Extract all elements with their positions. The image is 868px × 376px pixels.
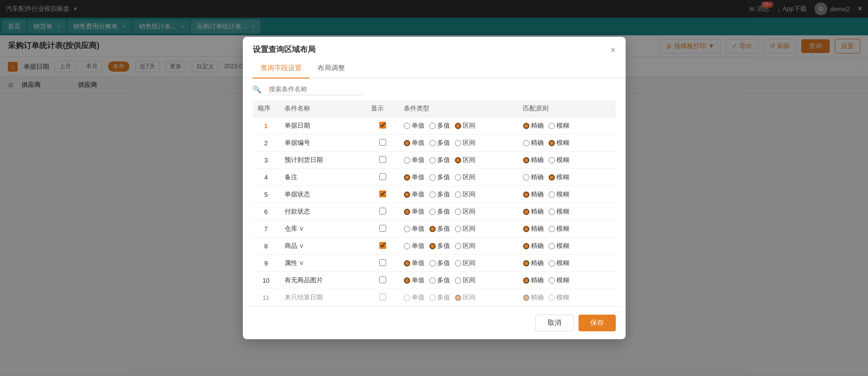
type-option-多值[interactable]: 多值 — [429, 156, 450, 164]
type-option-单值[interactable]: 单值 — [404, 259, 424, 268]
match-radio-group: 精确 模糊 — [523, 259, 611, 268]
order-num: 1 — [264, 122, 267, 130]
match-option-模糊[interactable]: 模糊 — [549, 121, 569, 130]
match-radio-group: 精确 模糊 — [523, 207, 611, 216]
row-order: 10 — [253, 272, 280, 289]
match-option-精确[interactable]: 精确 — [523, 173, 544, 182]
display-checkbox[interactable] — [379, 276, 386, 283]
match-option-精确[interactable]: 精确 — [523, 121, 544, 130]
match-option-模糊[interactable]: 模糊 — [549, 276, 569, 285]
type-option-单值[interactable]: 单值 — [404, 156, 424, 164]
row-display-cell — [366, 220, 398, 238]
type-radio-group: 单值 多值 区间 — [404, 242, 513, 250]
row-display-cell — [366, 272, 398, 289]
display-checkbox[interactable] — [379, 122, 386, 129]
type-option-多值[interactable]: 多值 — [429, 224, 450, 233]
table-row: 2单据编号 单值 多值 区间 精确 模糊 — [253, 134, 616, 152]
type-radio-group: 单值 多值 区间 — [404, 138, 513, 147]
col-header-order: 顺序 — [253, 100, 280, 117]
type-option-区间[interactable]: 区间 — [455, 121, 475, 130]
modal-tabs: 查询字段设置 布局调整 — [243, 55, 626, 79]
type-option-多值[interactable]: 多值 — [429, 121, 450, 130]
display-checkbox[interactable] — [379, 173, 386, 180]
type-option-单值[interactable]: 单值 — [404, 276, 424, 285]
display-checkbox[interactable] — [379, 156, 386, 163]
type-option-区间[interactable]: 区间 — [455, 293, 475, 302]
type-option-单值[interactable]: 单值 — [404, 121, 424, 130]
table-row: 1单据日期 单值 多值 区间 精确 模糊 — [253, 117, 616, 134]
row-type-cell: 单值 多值 区间 — [399, 203, 518, 220]
row-type-cell: 单值 多值 区间 — [399, 117, 518, 134]
display-checkbox[interactable] — [379, 225, 386, 232]
match-option-精确[interactable]: 精确 — [523, 207, 544, 216]
row-condition-name: 备注 — [280, 169, 367, 186]
type-option-区间[interactable]: 区间 — [455, 224, 475, 233]
match-option-精确[interactable]: 精确 — [523, 138, 544, 147]
type-option-单值[interactable]: 单值 — [404, 293, 424, 302]
match-option-精确[interactable]: 精确 — [523, 190, 544, 199]
match-option-精确[interactable]: 精确 — [523, 224, 544, 233]
table-row: 10有无商品图片 单值 多值 区间 精确 模糊 — [253, 272, 616, 289]
save-button[interactable]: 保存 — [579, 315, 616, 331]
match-option-精确[interactable]: 精确 — [523, 293, 544, 302]
type-option-多值[interactable]: 多值 — [429, 207, 450, 216]
row-match-cell: 精确 模糊 — [518, 203, 616, 220]
match-option-模糊[interactable]: 模糊 — [549, 259, 569, 268]
display-checkbox[interactable] — [379, 208, 386, 215]
type-option-多值[interactable]: 多值 — [429, 293, 450, 302]
type-option-区间[interactable]: 区间 — [455, 138, 475, 147]
row-condition-name: 单据编号 — [280, 134, 367, 152]
type-option-区间[interactable]: 区间 — [455, 276, 475, 285]
search-input[interactable] — [265, 83, 363, 95]
type-option-区间[interactable]: 区间 — [455, 156, 475, 164]
type-option-区间[interactable]: 区间 — [455, 259, 475, 268]
modal-footer: 取消 保存 — [243, 306, 626, 339]
match-option-精确[interactable]: 精确 — [523, 259, 544, 268]
type-option-单值[interactable]: 单值 — [404, 207, 424, 216]
type-option-多值[interactable]: 多值 — [429, 242, 450, 250]
type-option-单值[interactable]: 单值 — [404, 138, 424, 147]
match-option-模糊[interactable]: 模糊 — [549, 173, 569, 182]
match-option-模糊[interactable]: 模糊 — [549, 207, 569, 216]
type-option-多值[interactable]: 多值 — [429, 259, 450, 268]
match-option-模糊[interactable]: 模糊 — [549, 293, 569, 302]
type-option-多值[interactable]: 多值 — [429, 173, 450, 182]
type-option-区间[interactable]: 区间 — [455, 173, 475, 182]
match-option-模糊[interactable]: 模糊 — [549, 242, 569, 250]
match-option-精确[interactable]: 精确 — [523, 276, 544, 285]
row-order: 6 — [253, 203, 280, 220]
row-type-cell: 单值 多值 区间 — [399, 272, 518, 289]
match-option-模糊[interactable]: 模糊 — [549, 138, 569, 147]
type-option-区间[interactable]: 区间 — [455, 242, 475, 250]
row-order: 9 — [253, 255, 280, 272]
match-option-模糊[interactable]: 模糊 — [549, 190, 569, 199]
row-condition-name: 商品 ∨ — [280, 238, 367, 255]
type-option-区间[interactable]: 区间 — [455, 207, 475, 216]
display-checkbox[interactable] — [379, 294, 386, 300]
modal-tab-layout[interactable]: 布局调整 — [310, 61, 353, 79]
match-radio-group: 精确 模糊 — [523, 190, 611, 199]
type-option-单值[interactable]: 单值 — [404, 242, 424, 250]
type-option-区间[interactable]: 区间 — [455, 190, 475, 199]
match-option-模糊[interactable]: 模糊 — [549, 224, 569, 233]
type-option-多值[interactable]: 多值 — [429, 138, 450, 147]
match-option-精确[interactable]: 精确 — [523, 242, 544, 250]
display-checkbox[interactable] — [379, 242, 386, 249]
type-option-多值[interactable]: 多值 — [429, 190, 450, 199]
modal-close-button[interactable]: × — [610, 46, 616, 54]
type-option-多值[interactable]: 多值 — [429, 276, 450, 285]
display-checkbox[interactable] — [379, 139, 386, 146]
modal-search-area: 🔍 — [243, 79, 626, 100]
type-option-单值[interactable]: 单值 — [404, 224, 424, 233]
match-option-精确[interactable]: 精确 — [523, 156, 544, 164]
match-option-模糊[interactable]: 模糊 — [549, 156, 569, 164]
type-option-单值[interactable]: 单值 — [404, 173, 424, 182]
row-type-cell: 单值 多值 区间 — [399, 238, 518, 255]
display-checkbox[interactable] — [379, 259, 386, 266]
display-checkbox[interactable] — [379, 190, 386, 197]
type-radio-group: 单值 多值 区间 — [404, 293, 513, 302]
modal-tab-query-fields[interactable]: 查询字段设置 — [253, 61, 310, 79]
cancel-button[interactable]: 取消 — [535, 315, 574, 331]
type-option-单值[interactable]: 单值 — [404, 190, 424, 199]
table-row: 5单据状态 单值 多值 区间 精确 模糊 — [253, 186, 616, 203]
